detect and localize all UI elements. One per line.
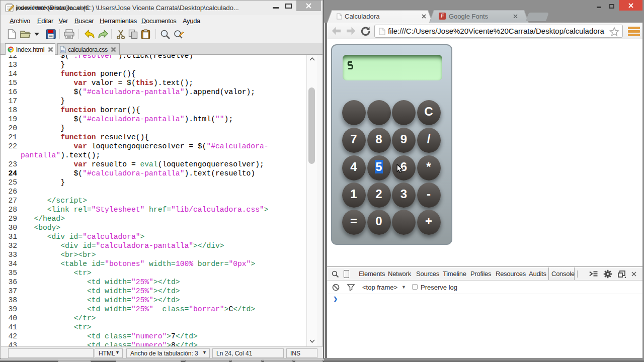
svg-text:css: css bbox=[61, 49, 65, 52]
